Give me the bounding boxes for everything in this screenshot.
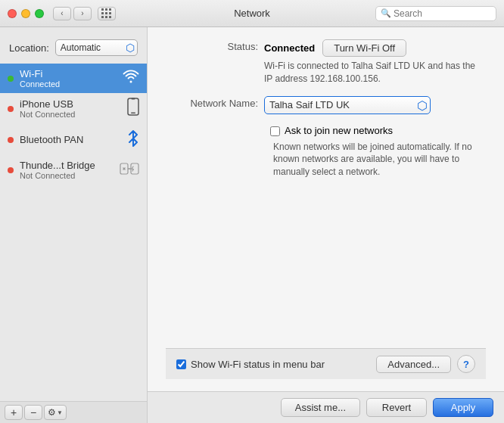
assist-me-button[interactable]: Assist me... [281, 398, 360, 417]
network-name-wifi: Wi-Fi [20, 68, 117, 79]
status-content: Connected Turn Wi-Fi Off Wi-Fi is connec… [264, 39, 486, 86]
network-item-info-iphone: iPhone USB Not Connected [20, 98, 121, 119]
remove-network-button[interactable]: − [24, 405, 42, 420]
wifi-icon [123, 70, 139, 87]
svg-rect-2 [132, 98, 135, 100]
advanced-button[interactable]: Advanced... [376, 356, 451, 373]
network-name-select[interactable]: Talha Saif LTD UK [264, 96, 431, 114]
status-description: Wi-Fi is connected to Talha Saif LTD UK … [264, 60, 486, 86]
ask-to-join-row: Ask to join new networks Known networks … [270, 125, 486, 179]
network-name-thunderbolt: Thunde...t Bridge [20, 160, 114, 171]
svg-rect-1 [131, 113, 135, 114]
sidebar: Location: Automatic ⬡ Wi-Fi Connected [0, 27, 148, 423]
show-wifi-label[interactable]: Show Wi-Fi status in menu bar [191, 359, 325, 370]
add-network-button[interactable]: + [5, 405, 23, 420]
main-content: Location: Automatic ⬡ Wi-Fi Connected [0, 27, 504, 423]
back-button[interactable]: ‹ [53, 7, 71, 20]
turn-wifi-off-button[interactable]: Turn Wi-Fi Off [322, 39, 406, 57]
location-label: Location: [9, 42, 49, 54]
apply-button[interactable]: Apply [433, 398, 493, 417]
status-label: Status: [166, 39, 264, 52]
status-dot-wifi [8, 76, 14, 82]
status-value: Connected [264, 42, 315, 54]
ask-to-join-checkbox-row: Ask to join new networks [270, 125, 486, 136]
network-name-iphone: iPhone USB [20, 98, 121, 110]
status-dot-bluetooth [8, 137, 14, 143]
bottom-right: Advanced... ? [376, 355, 475, 373]
network-item-info-wifi: Wi-Fi Connected [20, 68, 117, 89]
nav-buttons: ‹ › [53, 7, 92, 20]
bottom-bar: Show Wi-Fi status in menu bar Advanced..… [166, 348, 486, 379]
ask-to-join-description: Known networks will be joined automatica… [273, 141, 486, 179]
spacer [166, 189, 486, 348]
window-title: Network [234, 8, 270, 19]
iphone-icon [127, 98, 139, 120]
search-icon: 🔍 [381, 8, 391, 18]
network-name-select-wrapper: Talha Saif LTD UK ⬡ [264, 96, 431, 114]
network-name-label: Network Name: [166, 96, 264, 109]
chevron-down-icon: ▼ [57, 409, 63, 416]
status-dot-iphone [8, 106, 14, 112]
grid-icon [101, 8, 112, 19]
detail-panel-wrapper: Status: Connected Turn Wi-Fi Off Wi-Fi i… [148, 27, 504, 423]
status-dot-thunderbolt [8, 167, 14, 173]
status-row: Status: Connected Turn Wi-Fi Off Wi-Fi i… [166, 39, 486, 86]
network-status-wifi: Connected [20, 79, 117, 89]
minimize-button[interactable] [21, 9, 30, 18]
network-status-thunderbolt: Not Connected [20, 171, 114, 180]
ask-to-join-content: Ask to join new networks Known networks … [270, 125, 486, 179]
network-item-info-bluetooth: Bluetooth PAN [20, 134, 121, 145]
detail-panel: Status: Connected Turn Wi-Fi Off Wi-Fi i… [148, 27, 504, 391]
network-item-bluetooth[interactable]: Bluetooth PAN [0, 124, 147, 155]
forward-button[interactable]: › [73, 7, 92, 20]
search-input[interactable] [394, 8, 491, 19]
thunderbolt-icon [120, 161, 139, 179]
network-item-wifi[interactable]: Wi-Fi Connected [0, 64, 147, 93]
bluetooth-icon [127, 129, 139, 151]
gear-icon: ⚙ [48, 407, 56, 418]
location-select-wrapper: Automatic ⬡ [55, 39, 138, 56]
ask-to-join-checkbox[interactable] [270, 126, 280, 136]
network-name-bluetooth: Bluetooth PAN [20, 134, 121, 145]
show-wifi-row: Show Wi-Fi status in menu bar [176, 359, 325, 370]
grid-view-button[interactable] [98, 7, 116, 20]
footer: Assist me... Revert Apply [148, 391, 504, 423]
show-wifi-checkbox[interactable] [176, 359, 186, 369]
search-bar[interactable]: 🔍 [375, 6, 496, 21]
title-bar: ‹ › Network 🔍 [0, 0, 504, 27]
gear-menu-button[interactable]: ⚙ ▼ [44, 405, 67, 420]
help-button[interactable]: ? [457, 355, 475, 373]
ask-to-join-label[interactable]: Ask to join new networks [285, 125, 393, 136]
traffic-lights [8, 9, 44, 18]
revert-button[interactable]: Revert [366, 398, 427, 417]
network-item-thunderbolt[interactable]: Thunde...t Bridge Not Connected [0, 155, 147, 185]
maximize-button[interactable] [35, 9, 44, 18]
status-row-inner: Connected Turn Wi-Fi Off [264, 39, 486, 57]
network-item-iphone[interactable]: iPhone USB Not Connected [0, 93, 147, 124]
network-list: Wi-Fi Connected iPhone USB No [0, 64, 147, 401]
sidebar-toolbar: + − ⚙ ▼ [0, 401, 147, 423]
location-select[interactable]: Automatic [55, 39, 138, 56]
network-status-iphone: Not Connected [20, 110, 121, 119]
network-item-info-thunderbolt: Thunde...t Bridge Not Connected [20, 160, 114, 180]
location-row: Location: Automatic ⬡ [0, 35, 147, 64]
network-name-row: Network Name: Talha Saif LTD UK ⬡ [166, 96, 486, 114]
close-button[interactable] [8, 9, 17, 18]
